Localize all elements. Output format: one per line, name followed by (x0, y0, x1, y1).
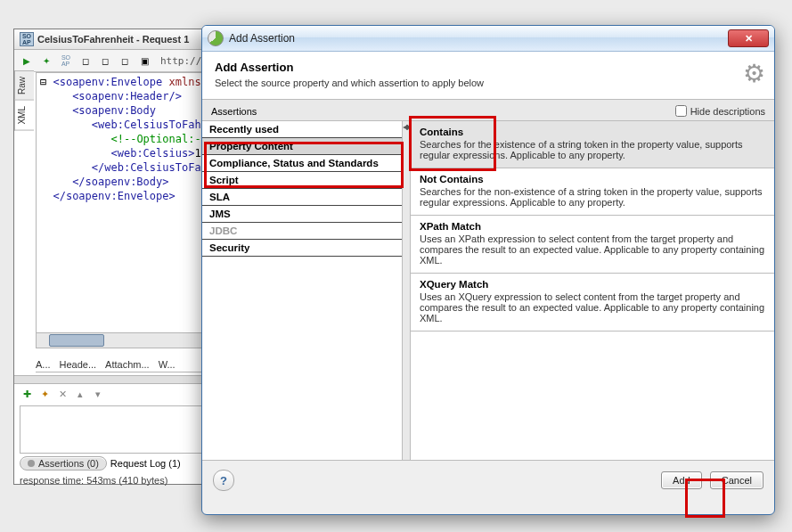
request-title: CelsiusToFahrenheit - Request 1 (37, 34, 189, 45)
side-tabs: Raw XML (14, 70, 34, 130)
cancel-button[interactable]: Cancel (710, 471, 763, 489)
dialog-window-title: Add Assertion (229, 32, 295, 45)
add-assertion-dialog: Add Assertion ✕ Add Assertion Select the… (201, 25, 775, 515)
add-assertion-button[interactable]: ✚ (20, 387, 34, 401)
tool-icon-2[interactable]: ◻ (116, 52, 134, 70)
help-button[interactable]: ? (213, 470, 234, 491)
move-down-icon[interactable]: ▾ (91, 387, 105, 401)
scroll-thumb[interactable] (49, 334, 104, 347)
tab-headers[interactable]: Heade... (60, 359, 97, 370)
assertion-type-title: Not Contains (420, 174, 765, 184)
assertion-type-item[interactable]: ContainsSearches for the existence of a … (411, 121, 774, 168)
assertion-type-desc: Uses an XQuery expression to select cont… (420, 291, 765, 323)
side-tab-xml[interactable]: XML (14, 100, 34, 131)
dialog-titlebar[interactable]: Add Assertion ✕ (202, 26, 774, 52)
assertion-type-item[interactable]: Not ContainsSearches for the non-existen… (411, 168, 774, 216)
add-step-button[interactable]: ✦ (37, 52, 55, 70)
dialog-header: Add Assertion Select the source property… (202, 52, 774, 100)
assertion-type-title: XQuery Match (420, 279, 765, 290)
config-assertion-button[interactable]: ✦ (37, 387, 52, 401)
category-item[interactable]: Property Content (202, 138, 402, 155)
category-item[interactable]: Compliance, Status and Standards (202, 155, 402, 172)
tab-wsa[interactable]: W... (159, 359, 176, 370)
soap-tool-icon[interactable]: SOAP (57, 52, 75, 70)
assertion-type-item[interactable]: XQuery MatchUses an XQuery expression to… (411, 274, 774, 331)
url-field[interactable]: http:// (160, 55, 201, 67)
assertion-type-list[interactable]: ContainsSearches for the existence of a … (411, 121, 774, 460)
add-button[interactable]: Add (661, 471, 702, 489)
category-item[interactable]: Recently used (202, 121, 402, 138)
tab-attachments[interactable]: Attachm... (105, 359, 150, 370)
category-item[interactable]: SLA (202, 189, 402, 206)
remove-assertion-icon[interactable]: ✕ (55, 387, 69, 401)
tool-icon-3[interactable]: ▣ (135, 52, 153, 70)
assertion-category-list[interactable]: Recently usedProperty ContentCompliance,… (202, 121, 403, 460)
run-button[interactable]: ▶ (18, 52, 36, 70)
category-item[interactable]: JDBC (202, 223, 402, 240)
soap-icon: SOAP (20, 32, 34, 46)
dialog-subheading: Select the source property and which ass… (215, 78, 763, 88)
assertion-type-desc: Searches for the non-existence of a stri… (420, 186, 765, 208)
category-item[interactable]: Security (202, 240, 402, 257)
assertion-type-item[interactable]: XPath MatchUses an XPath expression to s… (411, 216, 774, 274)
assertion-type-desc: Searches for the existence of a string t… (420, 139, 765, 160)
gear-icon: ⚙ (743, 59, 765, 88)
assertion-type-title: Contains (420, 127, 765, 137)
assertion-type-desc: Uses an XPath expression to select conte… (420, 233, 765, 266)
move-up-icon[interactable]: ▴ (73, 387, 87, 401)
hide-descriptions-checkbox[interactable]: Hide descriptions (675, 105, 765, 117)
request-log-tab[interactable]: Request Log (1) (110, 458, 181, 469)
hide-descriptions-input[interactable] (675, 105, 687, 117)
category-item[interactable]: Script (202, 172, 402, 189)
assertions-label: Assertions (211, 106, 257, 117)
category-item[interactable]: JMS (202, 206, 402, 223)
dialog-footer: ? Add Cancel (202, 461, 774, 500)
close-button[interactable]: ✕ (728, 29, 769, 47)
side-tab-raw[interactable]: Raw (14, 70, 34, 101)
tool-icon-1[interactable]: ◻ (96, 52, 114, 70)
dialog-heading: Add Assertion (215, 61, 763, 74)
assertion-type-title: XPath Match (420, 221, 765, 232)
dialog-body: Recently usedProperty ContentCompliance,… (202, 120, 774, 461)
tab-auth[interactable]: A... (36, 359, 51, 370)
stop-icon[interactable]: ◻ (77, 52, 94, 70)
app-icon (208, 30, 224, 46)
split-handle[interactable]: ◀▶ (403, 121, 411, 460)
dialog-subbar: Assertions Hide descriptions (202, 100, 774, 120)
assertions-tab[interactable]: Assertions (0) (20, 456, 107, 471)
